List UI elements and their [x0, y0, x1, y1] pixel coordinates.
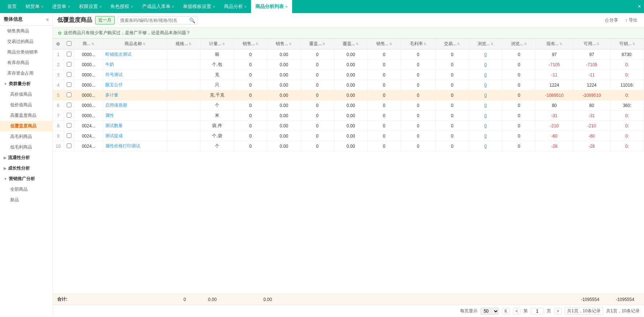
- nav-tab-sales[interactable]: 销货单 ×: [21, 0, 48, 13]
- row-browse1[interactable]: 0: [469, 111, 502, 121]
- sort-icon[interactable]: ⇅: [559, 42, 562, 46]
- sidebar-item-high-margin[interactable]: 高毛利商品: [0, 131, 52, 142]
- row-name[interactable]: 牛奶: [103, 60, 167, 70]
- row-checkbox[interactable]: [64, 60, 74, 70]
- row-browse1[interactable]: 0: [469, 49, 502, 60]
- sort-icon[interactable]: ⇅: [289, 42, 292, 46]
- row-name[interactable]: 属性价格打印测试: [103, 141, 167, 151]
- settings-column-header[interactable]: ⚙: [53, 39, 64, 49]
- sort-icon[interactable]: ⇅: [457, 42, 460, 46]
- close-icon[interactable]: ×: [285, 4, 287, 9]
- row-select-checkbox[interactable]: [67, 103, 71, 107]
- sort-icon[interactable]: ⇅: [389, 42, 392, 46]
- sort-icon[interactable]: ⇅: [189, 42, 192, 46]
- next-page-button[interactable]: >: [554, 308, 562, 314]
- row-checkbox[interactable]: [64, 131, 74, 141]
- row-name[interactable]: 属性: [103, 111, 167, 121]
- row-checkbox[interactable]: [64, 90, 74, 100]
- row-checkbox[interactable]: [64, 70, 74, 80]
- share-button[interactable]: ⎙ 分享: [603, 16, 620, 24]
- row-name[interactable]: 符号测试: [103, 70, 167, 80]
- last-page-button[interactable]: 共1页，10条记录: [565, 307, 603, 315]
- close-icon[interactable]: ×: [99, 4, 102, 9]
- sort-icon[interactable]: ⇅: [222, 42, 225, 46]
- sort-icon[interactable]: ⇅: [424, 42, 427, 46]
- search-icon[interactable]: 🔍: [189, 17, 195, 23]
- nav-tab-analysis-list[interactable]: 商品分析列表 ×: [251, 0, 292, 13]
- nav-tab-analysis[interactable]: 商品分析 ×: [220, 0, 251, 13]
- row-browse1[interactable]: 0: [469, 80, 502, 90]
- sidebar-item-high-value[interactable]: 高价值商品: [0, 89, 52, 100]
- sidebar-group-marketing[interactable]: ▼ 营销推广分析: [0, 174, 52, 184]
- row-select-checkbox[interactable]: [67, 92, 71, 97]
- row-name[interactable]: 测试数量: [103, 121, 167, 131]
- close-icon[interactable]: ×: [172, 4, 174, 9]
- row-browse1[interactable]: 0: [469, 60, 502, 70]
- row-select-checkbox[interactable]: [67, 82, 71, 87]
- row-browse1[interactable]: 0: [469, 141, 502, 151]
- row-select-checkbox[interactable]: [67, 72, 71, 77]
- sidebar-item-low-value[interactable]: 低价值商品: [0, 100, 52, 110]
- date-filter-button[interactable]: 近一月: [95, 16, 115, 24]
- sort-icon[interactable]: ⇅: [91, 42, 94, 46]
- row-browse1[interactable]: 0: [469, 90, 502, 100]
- sidebar-item-low-margin[interactable]: 低毛利商品: [0, 142, 52, 152]
- row-select-checkbox[interactable]: [67, 62, 71, 67]
- row-name[interactable]: 眼宝公仔: [103, 80, 167, 90]
- row-browse1[interactable]: 0: [469, 100, 502, 111]
- row-name[interactable]: 测试提成: [103, 131, 167, 141]
- page-number-input[interactable]: [531, 308, 544, 314]
- nav-tab-purchase[interactable]: 进货单 ×: [48, 0, 74, 13]
- close-all-tabs-button[interactable]: ×: [638, 3, 641, 10]
- sidebar-item-stocked-goods[interactable]: 有库存商品: [0, 58, 52, 68]
- nav-tab-permission[interactable]: 权限设置 ×: [75, 0, 106, 13]
- sidebar-item-sales-goods[interactable]: 销售类商品: [0, 26, 52, 36]
- sidebar-item-high-coverage[interactable]: 高覆盖度商品: [0, 110, 52, 121]
- sidebar-item-all-goods[interactable]: 全部商品: [0, 184, 52, 195]
- sort-icon[interactable]: ⇅: [491, 42, 494, 46]
- row-checkbox[interactable]: [64, 111, 74, 121]
- sort-icon[interactable]: ⇅: [597, 42, 600, 46]
- row-browse1[interactable]: 0: [469, 121, 502, 131]
- close-icon[interactable]: ×: [131, 4, 133, 9]
- row-checkbox[interactable]: [64, 49, 74, 60]
- search-input[interactable]: [120, 18, 188, 23]
- prev-page-button[interactable]: <: [513, 308, 521, 314]
- sidebar-group-circulation[interactable]: ▶ 流通性分析: [0, 152, 52, 163]
- sidebar-collapse-button[interactable]: «: [46, 16, 49, 22]
- sidebar-group-growth[interactable]: ▶ 成长性分析: [0, 163, 52, 174]
- row-select-checkbox[interactable]: [67, 113, 71, 118]
- row-checkbox[interactable]: [64, 121, 74, 131]
- sort-icon[interactable]: ⇅: [322, 42, 325, 46]
- row-browse1[interactable]: 0: [469, 70, 502, 80]
- sort-icon[interactable]: ⇅: [256, 42, 259, 46]
- close-icon[interactable]: ×: [213, 4, 215, 9]
- sidebar-item-low-coverage[interactable]: 低覆盖度商品: [0, 121, 52, 131]
- sidebar-item-new-goods[interactable]: 新品: [0, 195, 52, 205]
- sidebar-group-cluster[interactable]: ▼ 类群量分析: [0, 79, 52, 89]
- sidebar-item-traded-goods[interactable]: 交易过的商品: [0, 36, 52, 47]
- row-browse1[interactable]: 0: [469, 131, 502, 141]
- row-select-checkbox[interactable]: [67, 143, 71, 148]
- row-checkbox[interactable]: [64, 141, 74, 151]
- close-icon[interactable]: ×: [41, 4, 43, 9]
- sidebar-item-stock-capital[interactable]: 库存资金占用: [0, 68, 52, 79]
- row-checkbox[interactable]: [64, 80, 74, 90]
- row-select-checkbox[interactable]: [67, 52, 71, 56]
- sort-icon[interactable]: ⇅: [143, 42, 146, 46]
- row-name[interactable]: 旺铺批次测试: [103, 49, 167, 60]
- row-name[interactable]: 启用保质期: [103, 100, 167, 111]
- row-name[interactable]: 多计量: [103, 90, 167, 100]
- checkbox-column-header[interactable]: [64, 39, 74, 49]
- nav-tab-template[interactable]: 单据模板设置 ×: [178, 0, 219, 13]
- nav-tab-home[interactable]: 首页: [3, 0, 21, 13]
- page-size-select[interactable]: 50 20 100: [480, 308, 499, 315]
- row-checkbox[interactable]: [64, 100, 74, 111]
- row-select-checkbox[interactable]: [67, 123, 71, 128]
- close-icon[interactable]: ×: [68, 4, 70, 9]
- export-button[interactable]: ↑ 导出: [623, 16, 640, 24]
- sort-icon[interactable]: ⇅: [356, 42, 359, 46]
- close-icon[interactable]: ×: [244, 4, 247, 9]
- nav-tab-role[interactable]: 角色授权 ×: [106, 0, 137, 13]
- row-select-checkbox[interactable]: [67, 133, 71, 138]
